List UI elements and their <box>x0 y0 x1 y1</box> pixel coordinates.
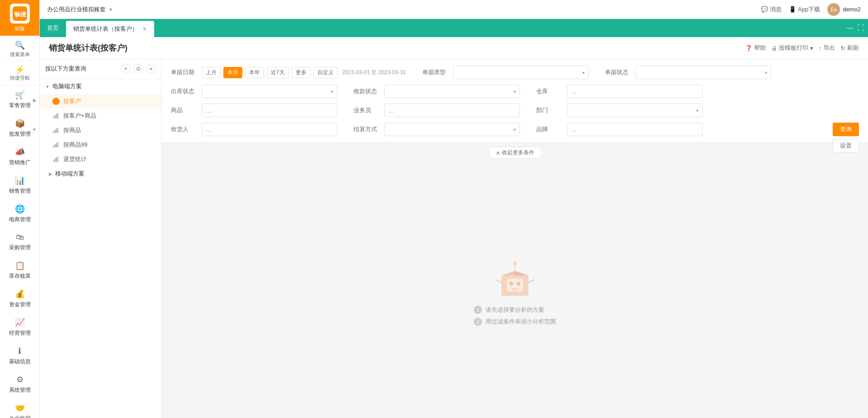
home-tab-label: 首页 <box>47 24 59 32</box>
sales-icon: 📊 <box>15 176 25 185</box>
ship-status-select[interactable]: ▾ <box>202 85 337 98</box>
empty-illustration <box>492 255 538 300</box>
scheme-section-mobile-header[interactable]: ▶ 移动端方案 <box>40 166 161 181</box>
sidebar-item-purchase[interactable]: 🛍 采购管理 <box>0 228 39 256</box>
svg-point-20 <box>509 282 513 285</box>
scheme-section-desktop-header[interactable]: ▼ 电脑端方案 <box>40 79 161 94</box>
system-icon: ⚙ <box>16 375 24 385</box>
date-btn-custom[interactable]: 自定义 <box>313 67 338 78</box>
sidebar-item-operations[interactable]: 📈 经营管理 <box>0 313 39 342</box>
date-btn-more[interactable]: 更多 <box>292 67 311 78</box>
print-btn[interactable]: 🖨 按模板打印 ▾ <box>771 44 813 52</box>
basic-info-label: 基础信息 <box>9 358 31 366</box>
purchase-label: 采购管理 <box>9 244 31 252</box>
brand-ellipsis[interactable]: ... <box>571 126 576 133</box>
scheme-item-by-goods-99[interactable]: 按商品99 <box>40 138 161 152</box>
date-btn-prev-month[interactable]: 上月 <box>202 67 221 78</box>
sidebar-item-search[interactable]: 🔍 搜索菜单 <box>0 36 39 61</box>
account-title: 办公用品行业模拟账套 <box>47 5 106 14</box>
receiver-ellipsis[interactable]: ... <box>206 126 211 133</box>
sidebar-item-marketing[interactable]: 📣 营销推广 <box>0 142 39 171</box>
tab-maximize-btn[interactable]: ⛶ <box>857 24 864 32</box>
tab-minimize-btn[interactable]: — <box>846 24 854 32</box>
filter-row-4: 收货人 ... 结算方式 ▾ 品牌 ... <box>171 123 859 136</box>
dept-select[interactable]: ▾ <box>567 104 703 117</box>
refresh-btn[interactable]: ↻ 刷新 <box>840 44 859 52</box>
marketing-icon: 📣 <box>15 147 25 157</box>
scheme-add-btn[interactable]: + <box>121 64 131 74</box>
scheme-settings-btn[interactable]: ⊙ <box>133 64 143 74</box>
main-area: 办公用品行业模拟账套 ▾ 💬 消息 📱 App下载 Ea demo2 首页 <box>40 0 868 418</box>
svg-line-24 <box>496 280 501 282</box>
goods-select[interactable]: ... <box>202 104 337 117</box>
message-btn[interactable]: 💬 消息 <box>761 5 782 14</box>
export-label: 导出 <box>823 44 835 52</box>
sidebar-item-wholesale[interactable]: 📦 批发管理 ▲ <box>0 114 39 142</box>
tab-close-icon[interactable]: ✕ <box>142 26 147 32</box>
warehouse-ellipsis[interactable]: ... <box>571 88 576 95</box>
sidebar-item-quick-nav[interactable]: ⚡ 快捷导航 <box>0 61 39 86</box>
print-icon: 🖨 <box>771 45 777 52</box>
sidebar-item-ecommerce[interactable]: 🌐 电商管理 <box>0 200 39 228</box>
sidebar-item-retail[interactable]: 🛒 零售管理 ▶ <box>0 86 39 114</box>
scheme-item-by-customer-goods[interactable]: 按客户+商品 <box>40 109 161 123</box>
tip-1-num: 1 <box>474 306 482 314</box>
scheme-item-by-customer[interactable]: 按客户 <box>40 94 161 109</box>
sidebar-item-enterprise[interactable]: 🤝 企业协同 <box>0 399 39 418</box>
search-label: 搜索菜单 <box>10 51 30 58</box>
desktop-section-label: 电脑端方案 <box>52 82 82 90</box>
sidebar-item-sales[interactable]: 📊 销售管理 <box>0 171 39 200</box>
svg-rect-6 <box>53 131 54 133</box>
mobile-section-label: 移动端方案 <box>55 170 85 178</box>
account-dropdown-icon[interactable]: ▾ <box>109 6 112 13</box>
help-icon: ❓ <box>745 45 752 52</box>
quick-nav-label: 快捷导航 <box>10 75 30 81</box>
scheme-collapse-btn[interactable]: « <box>146 64 156 74</box>
svg-rect-9 <box>57 128 58 133</box>
receiver-select[interactable]: ... <box>202 123 337 136</box>
app-download-btn[interactable]: 📱 App下载 <box>789 5 820 14</box>
query-btn[interactable]: 查询 <box>833 123 859 136</box>
date-btn-current-month[interactable]: 本月 <box>223 67 242 78</box>
sidebar-item-finance[interactable]: 💰 资金管理 <box>0 285 39 313</box>
pay-status-select[interactable]: ▾ <box>384 85 520 98</box>
collapse-btn[interactable]: ∧ 收起更多条件 <box>488 147 542 159</box>
ecommerce-label: 电商管理 <box>9 216 31 223</box>
app-logo[interactable]: 畅捷 标版 <box>0 0 39 36</box>
date-btn-group: 上月 本月 本年 近7天 更多 自定义 2023-03-01 至 2023-03… <box>202 67 406 78</box>
by-customer-goods-icon <box>52 112 60 119</box>
right-content: 单据日期 上月 本月 本年 近7天 更多 自定义 2023-03-01 至 20… <box>162 59 868 418</box>
date-btn-current-year[interactable]: 本年 <box>245 67 264 78</box>
order-type-select[interactable]: ▾ <box>453 66 589 79</box>
date-btn-7days[interactable]: 近7天 <box>267 67 289 78</box>
order-status-select[interactable]: ▾ <box>636 66 771 79</box>
mobile-section-arrow: ▶ <box>49 171 52 176</box>
sidebar-item-basic-info[interactable]: ℹ 基础信息 <box>0 342 39 370</box>
refresh-label: 刷新 <box>847 44 859 52</box>
salesperson-label: 业务员 <box>354 106 377 114</box>
export-btn[interactable]: ↑ 导出 <box>819 44 835 52</box>
collapse-up-icon: ∧ <box>496 150 500 156</box>
header-left: 办公用品行业模拟账套 ▾ <box>47 5 112 14</box>
app-download-icon: 📱 <box>789 6 796 13</box>
salesperson-select[interactable]: ... <box>384 104 520 117</box>
tab-sales-stat[interactable]: 销货单统计表（按客户） ✕ <box>66 21 154 37</box>
user-profile-btn[interactable]: Ea demo2 <box>827 3 861 16</box>
scheme-item-by-goods[interactable]: 按商品 <box>40 123 161 138</box>
settings-btn[interactable]: 设置 <box>833 139 859 152</box>
salesperson-ellipsis[interactable]: ... <box>388 107 394 114</box>
sidebar-item-inventory[interactable]: 📋 库存核算 <box>0 256 39 285</box>
scheme-item-return-stat[interactable]: 退货统计 <box>40 152 161 166</box>
sidebar-item-system[interactable]: ⚙ 系统管理 <box>0 370 39 399</box>
svg-rect-8 <box>56 128 57 133</box>
help-btn[interactable]: ❓ 帮助 <box>745 44 766 52</box>
by-goods-label: 按商品 <box>63 126 81 134</box>
warehouse-select[interactable]: ... <box>567 85 703 98</box>
marketing-label: 营销推广 <box>9 159 31 166</box>
goods-ellipsis[interactable]: ... <box>206 107 211 114</box>
settlement-select[interactable]: ▾ <box>384 123 520 136</box>
enterprise-icon: 🤝 <box>15 403 25 413</box>
tab-home[interactable]: 首页 <box>40 19 66 37</box>
by-goods-99-icon <box>52 141 60 148</box>
brand-select[interactable]: ... <box>567 123 703 136</box>
